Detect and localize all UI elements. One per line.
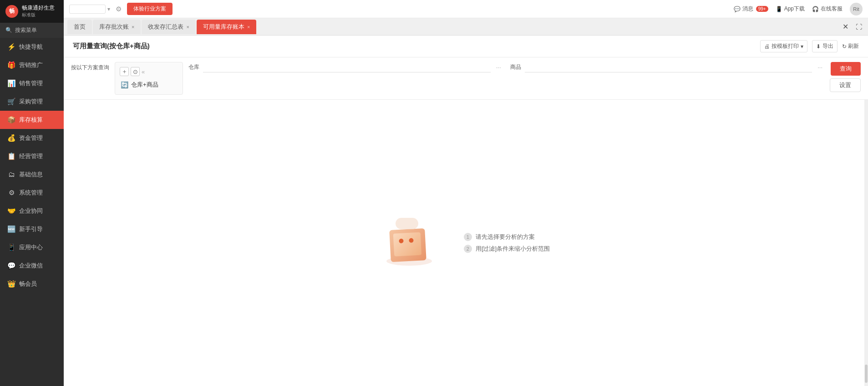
avatar-label: Rit bbox=[850, 3, 863, 15]
app-center-icon: 📱 bbox=[7, 243, 15, 252]
sidebar-item-quick-nav[interactable]: ⚡ 快捷导航 bbox=[0, 38, 64, 56]
tab-batch-account[interactable]: 库存批次账 × bbox=[93, 20, 141, 34]
system-icon: ⚙ bbox=[7, 189, 15, 197]
search-icon: 🔍 bbox=[5, 27, 12, 33]
experience-btn[interactable]: 体验行业方案 bbox=[127, 3, 173, 15]
sidebar-item-basic-info[interactable]: 🗂 基础信息 bbox=[0, 165, 64, 184]
sidebar-item-guide[interactable]: 🆕 新手引导 bbox=[0, 220, 64, 238]
goods-more-icon[interactable]: ··· bbox=[816, 64, 824, 71]
scheme-icon: 🔄 bbox=[121, 81, 128, 88]
goods-label: 商品 bbox=[510, 63, 521, 71]
enterprise-icon: 🤝 bbox=[7, 207, 15, 215]
breadcrumb-input[interactable] bbox=[69, 5, 106, 14]
sidebar-item-enterprise[interactable]: 🤝 企业协同 bbox=[0, 202, 64, 220]
member-icon: 👑 bbox=[7, 280, 15, 288]
illustration-cloud bbox=[396, 218, 418, 229]
sidebar: 畅 畅康通好生意 标准版 🔍 搜索菜单 ⚡ 快捷导航 🎁 营销推广 📊 销售管理… bbox=[0, 0, 64, 386]
refresh-icon: ↻ bbox=[842, 43, 847, 50]
purchase-icon: 🛒 bbox=[7, 98, 15, 106]
close-icon[interactable]: × bbox=[247, 24, 250, 30]
chevron-down-icon: ▾ bbox=[107, 6, 110, 12]
sidebar-item-label: 快捷导航 bbox=[19, 43, 43, 51]
warehouse-input[interactable] bbox=[203, 62, 491, 72]
empty-hints: 1 请先选择要分析的方案 2 用[过滤]条件来缩小分析范围 bbox=[464, 233, 550, 253]
tab-home[interactable]: 首页 bbox=[67, 20, 92, 34]
sidebar-item-label: 库存核算 bbox=[19, 116, 43, 124]
user-avatar[interactable]: Rit bbox=[850, 3, 863, 15]
sidebar-item-label: 采购管理 bbox=[19, 98, 43, 106]
empty-illustration bbox=[382, 218, 437, 268]
filter-actions: 查询 设置 bbox=[830, 62, 861, 92]
filter-area: 按以下方案查询 ＋ ⊙ « 🔄 仓库+商品 仓库 ··· bbox=[64, 57, 868, 100]
sidebar-item-sales[interactable]: 📊 销售管理 bbox=[0, 74, 64, 93]
sales-icon: 📊 bbox=[7, 79, 15, 87]
sidebar-search[interactable]: 🔍 搜索菜单 bbox=[0, 23, 64, 38]
chevron-down-icon: ▾ bbox=[801, 43, 803, 50]
app-title: 畅康通好生意 bbox=[22, 5, 55, 12]
sidebar-item-label: 畅会员 bbox=[19, 280, 37, 288]
scrollbar-thumb[interactable] bbox=[865, 365, 868, 383]
query-btn[interactable]: 查询 bbox=[831, 62, 861, 76]
page-title: 可用量查询(按仓库+商品) bbox=[73, 42, 150, 51]
illustration-box bbox=[389, 228, 426, 262]
tab-close-all-btn[interactable]: ✕ bbox=[840, 21, 851, 32]
hint-text-2: 用[过滤]条件来缩小分析范围 bbox=[476, 245, 550, 253]
filter-settings-btn[interactable]: 设置 bbox=[830, 78, 861, 92]
sidebar-item-wechat[interactable]: 💬 企业微信 bbox=[0, 257, 64, 275]
marketing-icon: 🎁 bbox=[7, 61, 15, 69]
goods-input[interactable] bbox=[525, 62, 812, 72]
refresh-label: 刷新 bbox=[848, 42, 859, 50]
export-icon: ⬇ bbox=[816, 43, 821, 50]
customer-service-label: 在线客服 bbox=[821, 5, 843, 13]
tab-label: 库存批次账 bbox=[99, 23, 129, 31]
sidebar-search-label: 搜索菜单 bbox=[15, 26, 37, 34]
guide-icon: 🆕 bbox=[7, 225, 15, 233]
sidebar-item-label: 基础信息 bbox=[19, 170, 43, 179]
sidebar-item-label: 经营管理 bbox=[19, 152, 43, 160]
tabs-bar: 首页 库存批次账 × 收发存汇总表 × 可用量库存账本 × ✕ ⛶ bbox=[64, 18, 868, 36]
gear-icon[interactable]: ⚙ bbox=[114, 5, 123, 13]
sidebar-item-system[interactable]: ⚙ 系统管理 bbox=[0, 184, 64, 202]
scheme-collapse-btn[interactable]: « bbox=[142, 68, 145, 75]
main-content: ▾ ⚙ 体验行业方案 💬 消息 99+ 📱 App下载 🎧 在线客服 Rit bbox=[64, 0, 868, 386]
tab-label: 首页 bbox=[74, 23, 86, 31]
app-subtitle: 标准版 bbox=[22, 12, 55, 18]
tab-label: 收发存汇总表 bbox=[148, 23, 183, 31]
inventory-icon: 📦 bbox=[7, 116, 15, 124]
sidebar-item-finance[interactable]: 💰 资金管理 bbox=[0, 129, 64, 147]
scheme-header: ＋ ⊙ « bbox=[115, 65, 183, 78]
app-download-btn[interactable]: 📱 App下载 bbox=[776, 5, 805, 13]
sidebar-item-purchase[interactable]: 🛒 采购管理 bbox=[0, 93, 64, 111]
tab-inventory-summary[interactable]: 收发存汇总表 × bbox=[142, 20, 195, 34]
refresh-btn[interactable]: ↻ 刷新 bbox=[842, 42, 859, 50]
hint-num-2: 2 bbox=[464, 245, 472, 253]
sidebar-nav: ⚡ 快捷导航 🎁 营销推广 📊 销售管理 🛒 采购管理 📦 库存核算 💰 资金管… bbox=[0, 38, 64, 386]
sidebar-item-inventory[interactable]: 📦 库存核算 bbox=[0, 111, 64, 129]
tab-expand-btn[interactable]: ⛶ bbox=[853, 21, 864, 32]
scheme-config-btn[interactable]: ⊙ bbox=[131, 67, 140, 76]
content-area: 1 请先选择要分析的方案 2 用[过滤]条件来缩小分析范围 bbox=[64, 100, 868, 386]
right-scrollbar[interactable] bbox=[864, 100, 868, 386]
message-btn[interactable]: 💬 消息 99+ bbox=[734, 5, 768, 13]
app-logo: 畅 bbox=[5, 5, 18, 18]
print-btn[interactable]: 🖨 按模板打印 ▾ bbox=[760, 40, 807, 52]
scheme-add-btn[interactable]: ＋ bbox=[120, 67, 129, 76]
export-btn[interactable]: ⬇ 导出 bbox=[812, 40, 838, 52]
tab-label: 可用量库存账本 bbox=[203, 23, 244, 31]
tab-available-stock[interactable]: 可用量库存账本 × bbox=[197, 20, 256, 34]
sidebar-item-label: 企业协同 bbox=[19, 207, 43, 215]
sidebar-item-member[interactable]: 👑 畅会员 bbox=[0, 275, 64, 293]
scheme-item-warehouse-goods[interactable]: 🔄 仓库+商品 bbox=[115, 78, 183, 92]
close-icon[interactable]: × bbox=[132, 24, 134, 30]
sidebar-item-operations[interactable]: 📋 经营管理 bbox=[0, 147, 64, 165]
close-icon[interactable]: × bbox=[186, 24, 189, 30]
scheme-item-label: 仓库+商品 bbox=[131, 81, 158, 89]
warehouse-more-icon[interactable]: ··· bbox=[494, 64, 503, 71]
sidebar-item-marketing[interactable]: 🎁 营销推广 bbox=[0, 56, 64, 74]
basic-info-icon: 🗂 bbox=[7, 170, 15, 178]
customer-service-btn[interactable]: 🎧 在线客服 bbox=[812, 5, 843, 13]
sidebar-item-app-center[interactable]: 📱 应用中心 bbox=[0, 238, 64, 257]
illus-eye-right bbox=[409, 238, 414, 243]
message-icon: 💬 bbox=[734, 6, 741, 12]
app-download-label: App下载 bbox=[784, 5, 805, 13]
